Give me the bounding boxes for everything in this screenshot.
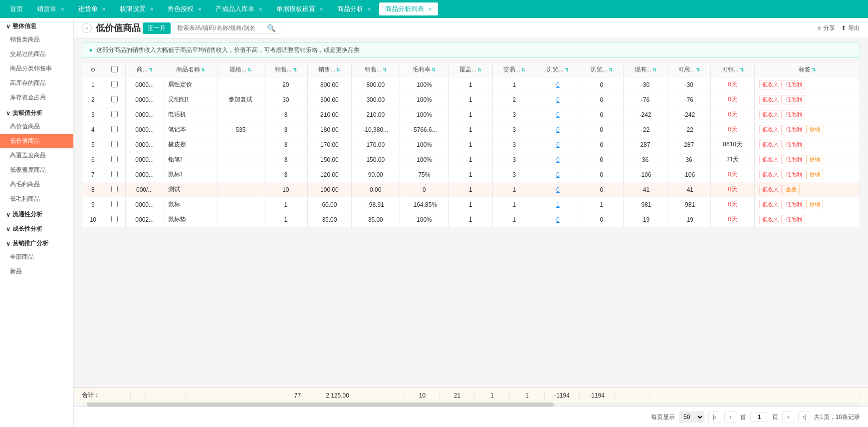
footer-scrollbar-thumb[interactable] [87,403,554,407]
footer-scrollbar[interactable] [82,403,860,407]
cell-gross: 100% [400,152,448,167]
row-checkbox[interactable] [111,201,118,207]
sidebar-item-low-margin[interactable]: 低毛利商品 [0,192,73,206]
row-checkbox[interactable] [111,126,118,132]
col-spec[interactable]: 规格...⇅ [217,62,264,77]
share-button[interactable]: ⎋ 分享 [818,24,835,32]
cell-s1: 10 [264,182,308,197]
col-available[interactable]: 可用...⇅ [667,62,711,77]
cell-available: 287 [667,137,711,152]
first-page-btn[interactable]: |‹ [708,411,720,423]
view-link[interactable]: 0 [556,141,560,148]
date-filter-button[interactable]: 近一月 [143,22,171,34]
col-sales3[interactable]: 销售...⇅ [351,62,400,77]
nav-home[interactable]: 首页 [4,2,29,15]
sidebar-item-high-value[interactable]: 高价值商品 [0,119,73,134]
col-saleable[interactable]: 可销...⇅ [711,62,755,77]
prev-page-btn[interactable]: ‹ [724,411,736,423]
row-checkbox[interactable] [111,111,118,117]
col-sales1[interactable]: 销售...⇅ [264,62,308,77]
last-page-btn[interactable]: ›| [798,411,810,423]
col-gear[interactable]: ⚙ [82,62,104,77]
nav-permission[interactable]: 权限设置✕ [114,2,160,15]
sidebar-item-high-stock[interactable]: 高库存的商品 [0,76,73,90]
footer-cell-cover: 21 [440,392,475,399]
sidebar-item-category-sales[interactable]: 商品分类销售率 [0,61,73,76]
nav-product-inbound[interactable]: 产成品入库单✕ [210,2,268,15]
days-badge: 0天 [728,96,737,103]
nav-sales-order[interactable]: 销货单✕ [31,2,70,15]
sidebar-item-high-coverage[interactable]: 高覆盖度商品 [0,148,73,163]
col-code[interactable]: 商...⇅ [125,62,164,77]
sidebar-group-flow[interactable]: ∨ 流通性分析 [0,206,73,221]
row-checkbox[interactable] [111,81,118,87]
nav-purchase-order[interactable]: 进货单✕ [72,2,112,15]
cell-name: 鼠标1 [164,167,217,182]
nav-product-analysis-list[interactable]: 商品分析列表✕ [379,2,438,15]
row-checkbox[interactable] [111,171,118,177]
col-tags[interactable]: 标签⇅ [754,62,860,77]
sidebar-item-low-value[interactable]: 低价值商品 [0,134,73,148]
tag-low-profit: 低毛利 [783,170,805,179]
gear-icon[interactable]: ⚙ [90,66,96,73]
page-number-input[interactable] [750,412,768,422]
sidebar-group-growth[interactable]: ∨ 成长性分析 [0,221,73,235]
export-button[interactable]: ⬆ 导出 [841,24,860,32]
next-page-btn[interactable]: › [782,411,794,423]
sidebar-item-low-coverage[interactable]: 低覆盖度商品 [0,163,73,177]
sidebar-group-marketing[interactable]: ∨ 营销推广分析 [0,235,73,250]
sidebar-item-traded[interactable]: 交易过的商品 [0,47,73,61]
cell-trade: 3 [492,137,536,152]
cell-view1: 0 [536,167,580,182]
sidebar-item-stock-capital[interactable]: 库存资金占用 [0,90,73,105]
view-link[interactable]: 0 [556,156,560,163]
sidebar-toggle-btn[interactable]: ‹‹ [82,23,92,33]
view-link[interactable]: 0 [556,186,560,193]
col-gross[interactable]: 毛利率⇅ [400,62,448,77]
cell-s3: 170.00 [351,137,400,152]
row-checkbox[interactable] [111,186,118,192]
sidebar-group-overview[interactable]: ∨ 整体信息 [0,18,73,32]
tag-low-income: 低收入 [759,155,782,164]
col-sales2[interactable]: 销售...⇅ [308,62,352,77]
cell-s1: 20 [264,77,308,92]
search-icon[interactable]: 🔍 [267,24,275,32]
row-checkbox[interactable] [111,216,118,222]
view-link[interactable]: 0 [556,216,560,223]
row-checkbox[interactable] [111,141,118,147]
col-cover[interactable]: 覆盖...⇅ [448,62,492,77]
sidebar-item-sales-category[interactable]: 销售类商品 [0,32,73,47]
select-all-checkbox[interactable] [111,66,118,72]
row-checkbox[interactable] [111,96,118,102]
row-checkbox[interactable] [111,156,118,162]
cell-trade: 3 [492,152,536,167]
sidebar-item-all-products[interactable]: 全部商品 [0,250,73,264]
sidebar: ∨ 整体信息 销售类商品 交易过的商品 商品分类销售率 高库存的商品 库存资金占… [0,18,74,427]
col-trade[interactable]: 交易...⇅ [492,62,536,77]
footer-cell-spec [245,392,280,399]
sidebar-group-contribution[interactable]: ∨ 贡献值分析 [0,105,73,119]
per-page-select[interactable]: 50 100 200 [679,412,704,423]
cell-s2: 150.00 [308,152,352,167]
view-link[interactable]: 0 [556,171,560,178]
table-container[interactable]: ⚙ 商...⇅ 商品名称⇅ 规格...⇅ 销售...⇅ 销售...⇅ 销售...… [74,62,868,387]
sidebar-item-new-products[interactable]: 新品 [0,264,73,279]
view-link[interactable]: 0 [556,111,560,118]
cell-view2: 0 [580,182,624,197]
view-link[interactable]: 0 [556,96,560,103]
cell-cover: 1 [448,182,492,197]
sidebar-item-high-margin[interactable]: 高毛利商品 [0,177,73,192]
col-view1[interactable]: 浏览...⇅ [536,62,580,77]
nav-role-auth[interactable]: 角色授权✕ [162,2,208,15]
view-link[interactable]: 0 [556,81,560,88]
col-name[interactable]: 商品名称⇅ [164,62,217,77]
col-view2[interactable]: 浏览...⇅ [580,62,624,77]
search-input[interactable] [177,24,267,31]
table-row: 5 0000... 橡皮擦 3 170.00 170.00 100% 1 3 0… [82,137,860,152]
view-link[interactable]: 0 [556,126,560,133]
tag-low-profit: 低毛利 [783,140,805,149]
nav-template-settings[interactable]: 单据模板设置✕ [270,2,329,15]
nav-product-analysis[interactable]: 商品分析✕ [331,2,377,15]
view-link[interactable]: 1 [556,201,560,208]
col-current[interactable]: 现有...⇅ [624,62,667,77]
